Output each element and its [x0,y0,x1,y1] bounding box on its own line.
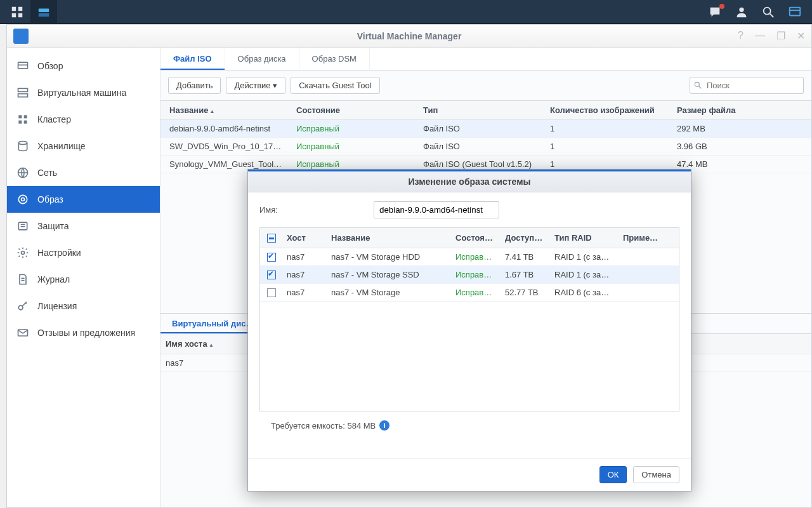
svg-rect-15 [18,115,22,118]
mail-icon [16,326,30,340]
sidebar-item-label: Отзывы и предложения [37,328,135,338]
storage-row[interactable]: nas7 nas7 - VM Storage SSD Исправ… 1.67 … [260,266,679,284]
menu-icon[interactable] [4,0,30,24]
key-icon [16,299,30,313]
svg-rect-13 [18,88,28,91]
row-checkbox[interactable] [267,288,276,297]
sidebar-item-image[interactable]: Образ [7,186,160,213]
col-raid[interactable]: Тип RAID [551,233,619,243]
sidebar-item-label: Кластер [37,114,71,124]
svg-point-7 [764,7,771,14]
grid-header: Название Состояние Тип Количество изобра… [160,101,811,120]
svg-point-22 [22,198,25,201]
tab-iso[interactable]: Файл ISO [160,48,225,70]
sidebar-item-label: Защита [37,221,69,231]
network-icon [16,166,30,180]
sidebar-item-protection[interactable]: Защита [7,213,160,239]
grid-col-state[interactable]: Состояние [292,105,419,115]
row-checkbox[interactable] [267,253,276,262]
download-guest-tool-button[interactable]: Скачать Guest Tool [291,77,379,94]
sidebar-item-network[interactable]: Сеть [7,159,160,186]
minimize-icon[interactable]: — [752,27,768,44]
sidebar-item-label: Обзор [37,61,63,71]
window-title: Virtual Machine Manager [7,31,811,41]
svg-rect-5 [39,13,49,17]
help-icon[interactable]: ? [735,27,746,44]
log-icon [16,272,30,286]
svg-rect-4 [39,8,49,12]
tab-dsm-image[interactable]: Образ DSM [299,48,370,70]
sidebar-item-label: Лицензия [37,301,77,311]
search-icon [693,81,702,91]
edit-image-dialog: Изменение образа системы Имя: Хост Назва… [247,169,691,491]
sidebar-item-storage[interactable]: Хранилище [7,133,160,159]
ok-button[interactable]: ОК [599,466,627,483]
col-name[interactable]: Название [327,233,452,243]
user-icon[interactable] [728,0,755,24]
storage-row[interactable]: nas7 nas7 - VM Storage HDD Исправ… 7.41 … [260,248,679,266]
sidebar-item-overview[interactable]: Обзор [7,53,160,79]
iso-grid: Название Состояние Тип Количество изобра… [160,100,811,173]
search-input[interactable] [690,77,804,94]
required-capacity: Требуется емкость: 584 MB i [271,420,668,431]
svg-point-6 [739,7,743,11]
svg-rect-1 [18,6,22,10]
system-taskbar [0,0,812,24]
col-host[interactable]: Хост [283,233,327,243]
search-icon[interactable] [755,0,782,24]
sidebar-item-log[interactable]: Журнал [7,266,160,293]
svg-rect-18 [24,121,27,124]
grid-col-name[interactable]: Название [166,105,292,115]
svg-line-8 [770,13,774,17]
app-taskbar-icon[interactable] [30,0,57,24]
col-note[interactable]: Приме… [619,233,679,243]
info-icon[interactable]: i [379,420,390,431]
sidebar: Обзор Виртуальная машина Кластер Хранили… [7,48,160,507]
app-icon [13,29,29,44]
svg-point-31 [695,82,699,86]
sidebar-item-vm[interactable]: Виртуальная машина [7,79,160,106]
svg-rect-3 [18,13,22,17]
grid-row[interactable]: debian-9.9.0-amd64-netinst Исправный Фай… [160,120,811,138]
sidebar-item-feedback[interactable]: Отзывы и предложения [7,319,160,346]
svg-rect-14 [18,94,28,97]
sidebar-item-label: Журнал [37,274,70,284]
name-label: Имя: [259,205,374,215]
svg-line-32 [699,86,702,89]
maximize-icon[interactable]: ❐ [774,27,788,44]
svg-rect-0 [12,6,16,10]
cluster-icon [16,112,30,126]
storage-row[interactable]: nas7 nas7 - VM Storage Исправ… 52.77 TB … [260,284,679,302]
grid-col-size[interactable]: Размер файла [673,105,806,115]
tab-disk-image[interactable]: Образ диска [225,48,299,70]
grid-col-type[interactable]: Тип [419,105,546,115]
chat-icon[interactable] [702,0,728,24]
name-input[interactable] [374,201,499,218]
row-checkbox[interactable] [267,271,276,279]
grid-row[interactable]: SW_DVD5_Win_Pro_10_17… Исправный Файл IS… [160,138,811,156]
titlebar: Virtual Machine Manager ? — ❐ ✕ [7,25,811,48]
svg-point-21 [18,195,27,203]
add-button[interactable]: Добавить [168,77,221,94]
svg-rect-2 [12,13,16,17]
dashboard-icon[interactable] [782,0,808,24]
sidebar-item-label: Настройки [37,248,81,258]
sidebar-item-settings[interactable]: Настройки [7,239,160,266]
shield-icon [16,219,30,233]
toolbar: Добавить Действие ▾ Скачать Guest Tool [160,70,811,100]
sidebar-item-cluster[interactable]: Кластер [7,106,160,133]
col-state[interactable]: Состоя… [452,233,501,243]
select-all-checkbox[interactable] [267,234,276,243]
chevron-down-icon: ▾ [273,81,277,90]
grid-col-count[interactable]: Количество изображений [546,105,673,115]
close-icon[interactable]: ✕ [794,27,808,44]
action-button[interactable]: Действие ▾ [226,77,285,94]
col-avail[interactable]: Доступ… [501,233,551,243]
cancel-button[interactable]: Отмена [633,466,679,483]
sidebar-item-label: Виртуальная машина [37,88,126,98]
svg-point-29 [18,305,23,310]
svg-rect-17 [18,121,22,124]
sidebar-item-license[interactable]: Лицензия [7,293,160,319]
gear-icon [16,246,30,260]
sidebar-item-label: Хранилище [37,141,86,151]
